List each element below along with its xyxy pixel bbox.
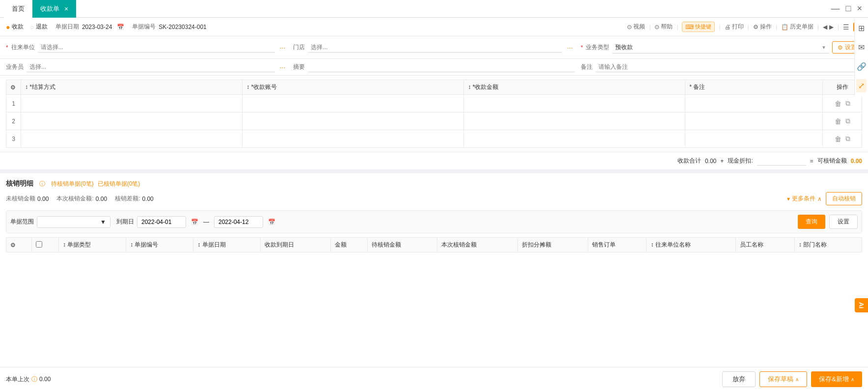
total-value1: 0.00 [705,158,716,165]
cell-account-3[interactable] [243,130,464,148]
save-new-button[interactable]: 保存&新增 ∧ [811,371,862,387]
help-btn[interactable]: ⊙ 帮助 [654,23,673,31]
footer-info: 本单上次 ⓘ 0.00 [6,375,51,384]
cell-account-1[interactable] [243,95,464,112]
prev-icon[interactable]: ◀ [823,24,827,30]
sidebar-expand-icon[interactable]: ⤢ [856,79,867,92]
radio-group: ● 收款 ○ 退款 [6,23,48,31]
counterpart-input[interactable] [38,42,275,53]
receipt-table-container: ⚙ ↕ *结算方式 ↕ *收款账号 ↕ *收款金额 * 备注 操作 1 [0,76,868,152]
total-plus: + [720,158,724,165]
history-btn[interactable]: 📋 历史单据 [781,23,814,31]
range-select[interactable]: ▼ [37,216,110,228]
store-input[interactable] [308,42,562,53]
video-btn[interactable]: ⊙ 视频 [627,23,645,31]
verify-actions: ▾ 更多条件 ∧ 自动核销 [787,192,862,205]
tab-pending[interactable]: 待核销单据(0笔) [51,180,94,188]
remark-field: 备注 [581,62,862,72]
cell-amount-3[interactable] [464,130,685,148]
filter-icon: ▾ [787,196,790,202]
counterpart-field: * 往来单位 ··· [6,41,287,54]
sidebar-mail-icon[interactable]: ✉ [856,41,867,54]
next-icon[interactable]: ▶ [829,24,834,30]
window-controls: — □ × [829,1,864,16]
info-icon[interactable]: ⓘ [39,180,45,188]
calendar-to-icon[interactable]: 📅 [268,219,275,225]
copy-icon-1[interactable]: ⧉ [845,99,850,108]
col-gear[interactable]: ⚙ [6,238,32,252]
verify-title: 核销明细 [6,179,33,188]
footer-label: 本单上次 [6,375,29,384]
col-checkbox[interactable] [31,238,58,252]
delete-icon-2[interactable]: 🗑 [835,117,841,125]
nav-arrows: ◀ ▶ [823,24,834,30]
close-window-icon[interactable]: × [855,1,864,16]
stat-current: 本次核销金额: 0.00 [56,195,107,203]
list-icon[interactable]: ☰ [843,23,849,31]
business-type-value: 预收款 [615,43,633,52]
cell-settlement-1[interactable] [21,95,243,112]
verify-table: ⚙ ↕ 单据类型 ↕ 单据编号 ↕ 单据日期 收款到期日 金额 待核销金额 本次… [6,237,862,252]
range-label: 单据范围 [10,218,34,226]
unchecked-value: 0.00 [37,196,49,202]
counterpart-more-icon[interactable]: ··· [278,44,288,52]
save-draft-button[interactable]: 保存草稿 ∧ [760,371,807,387]
date-to-input[interactable] [214,216,263,228]
select-all-checkbox[interactable] [36,241,42,248]
cell-amount-1[interactable] [464,95,685,112]
calendar-icon[interactable]: 📅 [117,24,124,30]
filter-settings-button[interactable]: 设置 [829,215,858,229]
delete-icon-3[interactable]: 🗑 [835,135,841,143]
remark-input[interactable] [596,62,862,72]
sidebar-table-icon[interactable]: ⊞ [856,22,867,35]
tab-receipt[interactable]: 收款单 × [32,0,76,18]
col-amount: ↕ *收款金额 [464,80,685,95]
col-dept: ↕ 部门名称 [794,238,862,252]
summary-label: 摘要 [293,63,305,71]
tab-close-icon[interactable]: × [64,5,68,13]
info-circle-icon[interactable]: ⓘ [31,375,37,384]
cell-amount-2[interactable] [464,112,685,130]
form-header: ● 收款 ○ 退款 单据日期 2023-03-24 📅 单据编号 SK-2023… [0,18,868,36]
business-type-select[interactable]: 预收款 ▼ [612,42,829,54]
query-button[interactable]: 查询 [798,215,825,229]
radio-refund[interactable]: ○ 退款 [29,23,47,31]
delete-icon-1[interactable]: 🗑 [835,100,841,108]
auto-verify-button[interactable]: 自动核销 [826,192,862,205]
abandon-button[interactable]: 放弃 [722,371,756,387]
cell-remark-3[interactable] [685,130,823,148]
operation-btn[interactable]: ⚙ 操作 [753,23,772,31]
diff-value: 0.00 [142,196,153,202]
copy-icon-2[interactable]: ⧉ [845,117,850,125]
salesperson-input[interactable] [27,62,275,72]
stat-unchecked: 未核销金额 0.00 [6,195,49,203]
cell-settlement-2[interactable] [21,112,243,130]
discount-input[interactable] [757,156,806,166]
summary-input[interactable] [308,62,574,72]
minimize-icon[interactable]: — [829,1,842,16]
salesperson-more-icon[interactable]: ··· [278,63,288,71]
calendar-from-icon[interactable]: 📅 [191,219,198,225]
cell-settlement-3[interactable] [21,130,243,148]
ai-badge[interactable]: Ai [855,298,868,312]
shortcut-btn[interactable]: ⌨ 快捷键 [682,22,715,32]
sidebar-link-icon[interactable]: 🔗 [855,60,868,73]
cell-remark-1[interactable] [685,95,823,112]
store-more-icon[interactable]: ··· [565,44,575,52]
business-type-label: 业务类型 [586,43,609,52]
tab-done[interactable]: 已核销单据(0笔) [98,180,140,188]
print-btn[interactable]: 🖨 打印 [725,23,744,31]
col-doc-type: ↕ 单据类型 [59,238,126,252]
table-gear-header[interactable]: ⚙ [6,80,21,95]
salesperson-label: 业务员 [6,63,24,71]
radio-receipt[interactable]: ● 收款 [6,23,24,31]
cell-remark-2[interactable] [685,112,823,130]
cell-account-2[interactable] [243,112,464,130]
copy-icon-3[interactable]: ⧉ [845,135,850,143]
total-equals: = [810,158,814,165]
date-from-input[interactable] [137,216,186,228]
col-due-date: 收款到期日 [261,238,330,252]
maximize-icon[interactable]: □ [844,1,853,16]
more-conditions-btn[interactable]: ▾ 更多条件 ∧ [787,195,822,203]
tab-home[interactable]: 首页 [4,0,32,18]
